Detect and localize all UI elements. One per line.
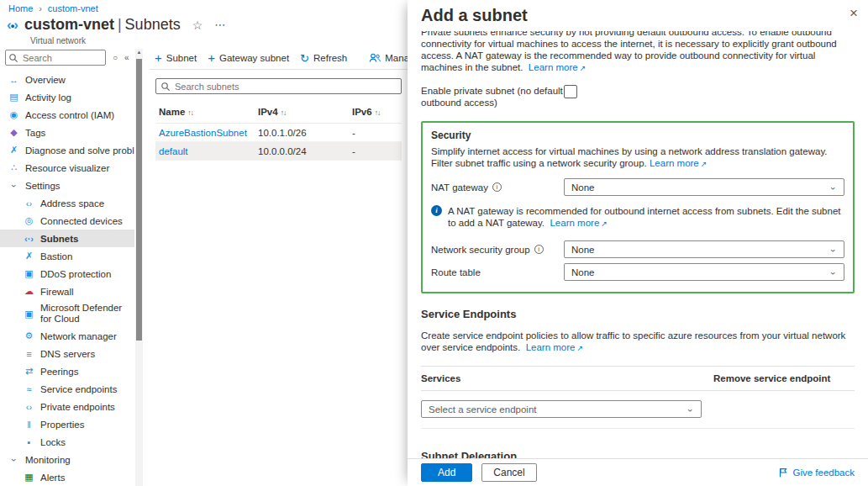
sidebar-item-label: Alerts <box>40 473 65 483</box>
sidebar-item-network-manager[interactable]: ⚙Network manager <box>0 327 134 345</box>
alerts-icon: ▦ <box>24 472 34 483</box>
circle-icon[interactable]: ○ <box>113 53 118 62</box>
sidebar-item-connected-devices[interactable]: ◎Connected devices <box>0 212 134 230</box>
sidebar-item-activity-log[interactable]: ▤Activity log <box>0 88 134 106</box>
private-subnet-checkbox[interactable] <box>564 85 577 98</box>
add-button[interactable]: Add <box>421 463 472 482</box>
security-description: Simplify internet access for virtual mac… <box>431 145 844 170</box>
panel-body: Private subnets enhance security by not … <box>421 31 855 458</box>
ddos-protection-icon: ▣ <box>24 268 34 279</box>
sidebar-item-label: Firewall <box>40 287 74 297</box>
command-label: Refresh <box>313 53 347 63</box>
security-section-highlight: Security Simplify internet access for vi… <box>421 121 855 293</box>
sidebar-item-label: Resource visualizer <box>25 163 109 173</box>
sidebar-item-firewall[interactable]: ☁Firewall <box>0 283 134 300</box>
sidebar-item-label: Service endpoints <box>40 384 117 394</box>
sidebar-menu: ↔Overview▤Activity log◉Access control (I… <box>0 71 134 486</box>
manage-users-button[interactable]: Manage users <box>369 53 408 63</box>
private-subnet-intro-text: Private subnets enhance security by not … <box>421 31 855 74</box>
collapse-sidebar-icon[interactable]: « <box>124 53 129 62</box>
subnet-search <box>155 78 402 94</box>
access-control-icon: ◉ <box>8 109 19 120</box>
sidebar-group-monitoring[interactable]: ›Monitoring <box>0 451 134 468</box>
sidebar-item-label: Activity log <box>25 92 71 103</box>
give-feedback-link[interactable]: Give feedback <box>778 468 855 478</box>
subnet-name-link[interactable]: AzureBastionSubnet <box>159 128 258 138</box>
network-security-group-dropdown[interactable]: None› <box>564 240 844 258</box>
sidebar-item-access-control-iam[interactable]: ◉Access control (IAM) <box>0 106 134 124</box>
feedback-label: Give feedback <box>792 468 855 478</box>
route-table-dropdown[interactable]: None› <box>564 263 844 281</box>
column-header-ipv6[interactable]: IPv6↑↓ <box>352 107 402 117</box>
table-row[interactable]: AzureBastionSubnet10.0.1.0/26- <box>155 124 402 142</box>
sidebar-item-address-space[interactable]: ‹›Address space <box>0 194 134 212</box>
learn-more-link[interactable]: Learn more↗ <box>526 342 583 352</box>
add-gateway-subnet-button[interactable]: +Gateway subnet <box>208 53 289 63</box>
breadcrumb-home[interactable]: Home <box>8 3 33 13</box>
sidebar-item-service-endpoints[interactable]: ≈Service endpoints <box>0 380 134 398</box>
learn-more-link[interactable]: Learn more↗ <box>550 218 607 228</box>
external-link-icon: ↗ <box>701 160 708 168</box>
subnet-ipv6-value: - <box>352 146 402 156</box>
subnet-search-input[interactable] <box>155 78 402 94</box>
more-options-icon[interactable]: ⋯ <box>214 18 226 31</box>
sidebar-item-bastion[interactable]: ✗Bastion <box>0 247 134 265</box>
column-header-ipv4[interactable]: IPv4↑↓ <box>258 107 352 117</box>
table-row[interactable]: default10.0.0.0/24- <box>155 142 402 161</box>
sidebar-item-diagnose-and-solve-problems[interactable]: ✗Diagnose and solve problems <box>0 141 134 159</box>
sidebar-item-ddos-protection[interactable]: ▣DDoS protection <box>0 265 134 283</box>
add-subnet-panel: Add a subnet × Private subnets enhance s… <box>408 0 868 486</box>
subnet-ipv6-value: - <box>352 128 402 138</box>
sidebar-item-tags[interactable]: ◆Tags <box>0 124 134 141</box>
command-label: Subnet <box>166 53 197 63</box>
sidebar-item-locks[interactable]: ▪Locks <box>0 433 134 451</box>
firewall-icon: ☁ <box>24 286 34 297</box>
sidebar-item-properties[interactable]: ‖Properties <box>0 415 134 433</box>
sidebar-item-subnets[interactable]: ‹·›Subnets <box>0 230 134 247</box>
sidebar-item-label: Tags <box>25 128 45 138</box>
add-subnet-button[interactable]: +Subnet <box>155 53 197 63</box>
remove-endpoint-column-header: Remove service endpoint <box>713 372 855 384</box>
sidebar-item-dns-servers[interactable]: ≡DNS servers <box>0 345 134 362</box>
sidebar-item-microsoft-defender-for-cloud[interactable]: ▣Microsoft Defender for Cloud <box>0 300 134 327</box>
favorite-star-icon[interactable]: ☆ <box>192 18 203 32</box>
subnet-name-link[interactable]: default <box>159 146 258 156</box>
private-endpoints-icon: ‹› <box>24 402 34 412</box>
section-divider <box>421 428 855 429</box>
network-security-group-row: Network security groupi None› <box>431 240 844 258</box>
search-icon <box>160 82 171 92</box>
sidebar-item-peerings[interactable]: ⇄Peerings <box>0 362 134 380</box>
info-hint-icon[interactable]: i <box>492 182 502 192</box>
sidebar-scrollbar-track[interactable]: ▲ <box>135 49 143 486</box>
scroll-up-icon[interactable]: ▲ <box>135 50 143 55</box>
table-header-row: Name↑↓ IPv4↑↓ IPv6↑↓ <box>155 101 402 124</box>
sidebar-item-label: Subnets <box>40 234 78 244</box>
column-header-name[interactable]: Name↑↓ <box>159 107 258 117</box>
resource-visualizer-icon: ∴ <box>8 162 19 173</box>
learn-more-link[interactable]: Learn more↗ <box>650 158 707 168</box>
sidebar-item-private-endpoints[interactable]: ‹›Private endpoints <box>0 398 134 415</box>
title-row: ‹•› custom-vnet|Subnets ☆ ⋯ <box>7 16 226 34</box>
sidebar-item-label: DNS servers <box>40 349 95 359</box>
sidebar-item-label: Network manager <box>40 331 117 341</box>
learn-more-link[interactable]: Learn more↗ <box>529 62 586 72</box>
sidebar-scrollbar-thumb[interactable] <box>136 59 142 341</box>
service-endpoints-table-header: Services Remove service endpoint <box>421 366 855 391</box>
breadcrumb-current[interactable]: custom-vnet <box>48 3 98 13</box>
sidebar-item-alerts[interactable]: ▦Alerts <box>0 468 134 486</box>
info-hint-icon[interactable]: i <box>534 245 544 254</box>
close-icon[interactable]: × <box>850 6 858 20</box>
sidebar-search-input[interactable] <box>5 50 106 66</box>
nat-gateway-dropdown[interactable]: None› <box>564 178 844 196</box>
service-endpoints-heading: Service Endpoints <box>421 309 855 320</box>
sidebar-group-settings[interactable]: ›Settings <box>0 177 134 194</box>
refresh-button[interactable]: ↻Refresh <box>300 52 347 65</box>
command-label: Gateway subnet <box>219 53 289 63</box>
sidebar-item-resource-visualizer[interactable]: ∴Resource visualizer <box>0 159 134 177</box>
service-endpoint-dropdown[interactable]: Select a service endpoint› <box>421 400 702 418</box>
chevron-down-icon: › <box>828 268 839 279</box>
search-icon <box>8 53 18 63</box>
sidebar-item-overview[interactable]: ↔Overview <box>0 71 134 88</box>
cancel-button[interactable]: Cancel <box>481 463 536 482</box>
table-body: AzureBastionSubnet10.0.1.0/26-default10.… <box>155 124 402 161</box>
